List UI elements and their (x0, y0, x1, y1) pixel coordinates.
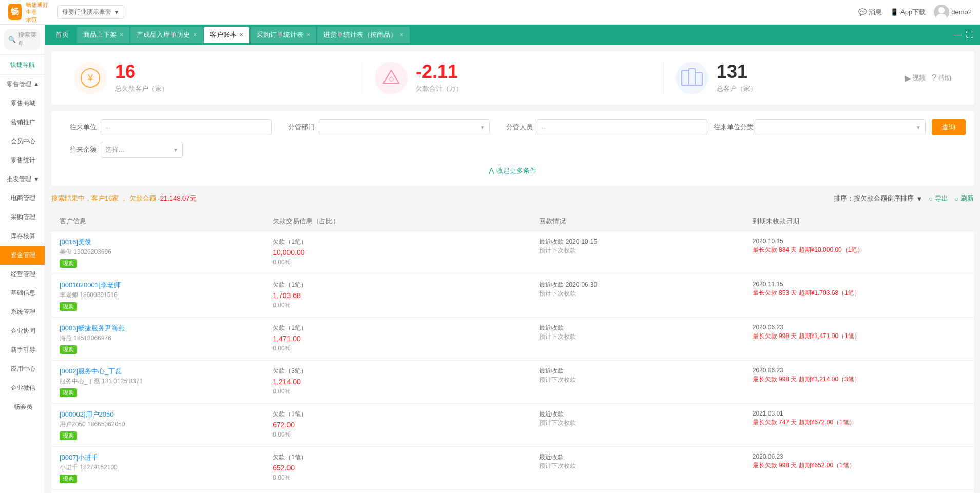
tab-purchase-orders[interactable]: 采购订单统计表 × (251, 27, 316, 43)
overdue-link[interactable]: 超期¥1,214.00（3笔） (799, 376, 860, 383)
filter-select-balance[interactable]: 选择... ▼ (101, 142, 183, 158)
tab-close-products[interactable]: × (120, 31, 123, 38)
tab-close-production[interactable]: × (193, 31, 197, 38)
sidebar-item-retail-stats[interactable]: 零售统计 (0, 151, 45, 170)
overdue-link[interactable]: 超期¥652.00（1笔） (799, 462, 855, 469)
tab-close-purchase-orders[interactable]: × (306, 31, 310, 38)
filter-select-dept[interactable]: ▼ (319, 119, 490, 135)
svg-text:◇: ◇ (389, 74, 394, 83)
help-btn[interactable]: ? 帮助 (932, 73, 951, 83)
debt-amount[interactable]: 652.00 (273, 464, 539, 472)
customer-name-link[interactable]: [0007]小进千 (60, 453, 98, 461)
app-download-button[interactable]: 📱 App下载 (890, 8, 926, 17)
filter-row-1: 往来单位 ··· 分管部门 ▼ (60, 119, 966, 135)
store-selector[interactable]: 母婴行业演示账套 ▼ (57, 5, 124, 19)
sidebar-item-enterprise-wechat[interactable]: 企业微信 (0, 379, 45, 398)
sidebar: 🔍 搜索菜单 快捷导航 零售管理 ▲ 零售商城 营销推广 会员中心 (0, 25, 45, 493)
table-row: [0007]小进千 小进千 18279152100 现购 欠款（1笔） 652.… (51, 447, 974, 490)
sidebar-item-retail-management[interactable]: 零售管理 ▲ (0, 75, 45, 94)
customer-name-link[interactable]: [0003]畅捷服务尹海燕 (60, 324, 125, 332)
message-button[interactable]: 💬 消息 (858, 8, 882, 17)
debt-amount[interactable]: 1,214.00 (273, 378, 539, 386)
view-video-btn[interactable]: ▶ 视频 (905, 73, 926, 83)
overdue-link[interactable]: 超期¥672.00（1笔） (799, 419, 855, 426)
table-row: [0002]服务中心_丁磊 服务中心_丁磊 181 0125 8371 现购 欠… (51, 361, 974, 404)
customer-tag: 现购 (60, 345, 77, 354)
debt-amount[interactable]: 672.00 (273, 421, 539, 429)
overdue-link[interactable]: 超期¥1,703.68（1笔） (799, 289, 860, 297)
svg-text:¥: ¥ (87, 73, 93, 83)
last-collection: 最近收款 (539, 324, 752, 332)
due-date: 2020.06.23 (753, 367, 966, 374)
stat-card-debt-total: ◇ -2.11 欠款合计（万） (362, 62, 663, 94)
customer-phone: 吴俊 13026203696 (60, 248, 273, 257)
col-header-due: 到期未收款日期 (753, 216, 966, 226)
tab-close-customer-ledger[interactable]: × (240, 31, 243, 38)
tab-customer-ledger[interactable]: 客户账本 × (204, 27, 249, 43)
sidebar-item-inventory[interactable]: 库存核算 (0, 227, 45, 246)
user-avatar[interactable]: demo2 (934, 5, 972, 20)
tab-home[interactable]: 首页 (47, 30, 77, 40)
filter-input-unit[interactable]: ··· (101, 119, 272, 135)
tab-incoming-stats[interactable]: 进货单统计表（按商品） × (317, 27, 410, 43)
overdue-link[interactable]: 超期¥1,471.00（1笔） (799, 332, 860, 340)
table-row: [0003]畅捷服务尹海燕 海燕 18513066976 现购 欠款（1笔） 1… (51, 318, 974, 361)
debt-percent: 0.00% (273, 345, 539, 352)
filter-input-person[interactable]: ··· (537, 119, 708, 135)
due-date-cell: 2020.06.23 最长欠款 998 天 超期¥652.00（1笔） (753, 453, 966, 470)
debt-percent: 0.00% (273, 431, 539, 438)
tab-production[interactable]: 产成品入库单历史 × (130, 27, 203, 43)
sidebar-item-marketing[interactable]: 营销推广 (0, 113, 45, 132)
export-button[interactable]: ○ 导出 (929, 194, 948, 203)
sidebar-item-quick-nav[interactable]: 快捷导航 (0, 55, 45, 75)
stat-icon-debt-customers: ¥ (74, 62, 107, 94)
minimize-icon[interactable]: — (953, 30, 962, 40)
sidebar-item-enterprise-collab[interactable]: 企业协同 (0, 322, 45, 341)
search-menu-input[interactable]: 🔍 搜索菜单 (4, 29, 41, 50)
debt-amount[interactable]: 10,000.00 (273, 248, 539, 257)
main-content: ¥ 16 总欠款客户（家） ◇ -2.11 欠款合计（万） (45, 45, 980, 493)
overdue-link[interactable]: 超期¥10,000.00（1笔） (799, 246, 864, 253)
col-header-customer: 客户信息 (60, 216, 273, 226)
customer-name-link[interactable]: [000002]用户2050 (60, 410, 114, 418)
filter-item-dept: 分管部门 ▼ (278, 119, 490, 135)
refresh-button[interactable]: ○ 刷新 (954, 194, 974, 203)
customer-name-link[interactable]: [0001020001]李老师 (60, 281, 121, 289)
app-container: 畅 畅捷通好生意 示范 母婴行业演示账套 ▼ 💬 消息 📱 App下载 (0, 0, 980, 493)
query-button[interactable]: 查询 (932, 119, 966, 135)
due-date-cell: 2020.06.23 最长欠款 998 天 超期¥1,471.00（1笔） (753, 324, 966, 341)
tab-close-incoming-stats[interactable]: × (400, 31, 403, 38)
debt-customers-label: 总欠款客户（家） (115, 84, 350, 93)
debt-amount[interactable]: 1,471.00 (273, 334, 539, 343)
table-row: [0001020001]李老师 李老师 18600391516 现购 欠款（1笔… (51, 274, 974, 318)
filter-item-unit: 往来单位 ··· (60, 119, 272, 135)
sidebar-item-finance[interactable]: 资金管理 (0, 246, 45, 265)
debt-label: 欠款（1笔） (273, 238, 539, 246)
collapse-filters-btn[interactable]: ⋀ 收起更多条件 (60, 164, 966, 178)
sidebar-item-newbie-guide[interactable]: 新手引导 (0, 341, 45, 360)
sidebar-item-member-vip[interactable]: 畅会员 (0, 398, 45, 417)
sort-button[interactable]: 排序：按欠款金额倒序排序 ▼ (834, 194, 923, 203)
chevron-down-icon-sort: ▼ (916, 195, 923, 203)
sidebar-item-app-center[interactable]: 应用中心 (0, 360, 45, 379)
filter-select-category[interactable]: ▼ (755, 119, 926, 135)
tab-products[interactable]: 商品上下架 × (77, 27, 129, 43)
sidebar-item-member-center[interactable]: 会员中心 (0, 132, 45, 151)
debt-amount[interactable]: 1,703.68 (273, 291, 539, 300)
stat-info-debt-total: -2.11 欠款合计（万） (416, 63, 650, 93)
sidebar-item-ecommerce[interactable]: 电商管理 (0, 189, 45, 208)
sidebar-item-purchase[interactable]: 采购管理 (0, 208, 45, 227)
debt-info-cell: 欠款（1笔） 10,000.00 0.00% (273, 238, 539, 266)
sidebar-item-wholesale[interactable]: 批发管理 ▼ (0, 170, 45, 189)
sidebar-item-basic-info[interactable]: 基础信息 (0, 284, 45, 303)
filter-item-person: 分管人员 ··· (496, 119, 708, 135)
filter-label-dept: 分管部门 (278, 123, 315, 132)
customer-name-link[interactable]: [0016]吴俊 (60, 238, 91, 246)
sidebar-item-system[interactable]: 系统管理 (0, 303, 45, 322)
sidebar-item-operations[interactable]: 经营管理 (0, 265, 45, 284)
content-area: 首页 商品上下架 × 产成品入库单历史 × 客户账本 × 采购订单统计表 × (45, 25, 980, 493)
customer-name-link[interactable]: [0002]服务中心_丁磊 (60, 367, 122, 375)
maximize-icon[interactable]: ⛶ (966, 30, 974, 40)
filter-area: 往来单位 ··· 分管部门 ▼ (51, 111, 974, 186)
sidebar-item-retail-mall[interactable]: 零售商城 (0, 94, 45, 113)
